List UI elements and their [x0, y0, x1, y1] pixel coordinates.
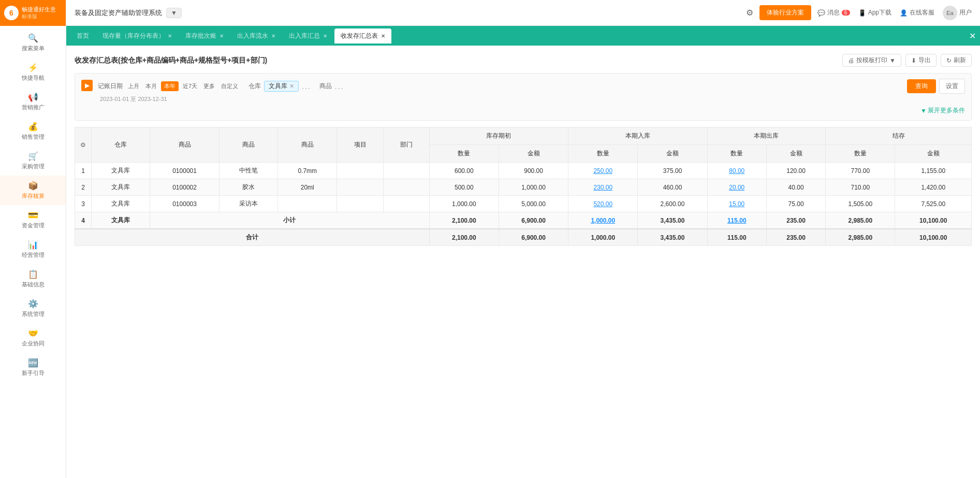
date-filter-group: 记账日期 上月 本月 本年 近7天 更多 自定义 [98, 81, 240, 91]
tab-in-out-summary-label: 出入库汇总 [289, 32, 320, 40]
date-btn-more[interactable]: 更多 [201, 81, 217, 91]
tab-batch-ledger-label: 库存批次账 [185, 32, 216, 40]
gear-icon[interactable]: ⚙ [746, 8, 753, 18]
cell-no: 2 [75, 179, 92, 196]
sidebar-item-finance[interactable]: 💳 资金管理 [0, 205, 66, 235]
cell-in-qty[interactable]: 520.00 [568, 196, 638, 212]
sidebar: 6 畅捷通好生意 标准版 🔍 搜索菜单 ⚡ 快捷导航 📢 营销推广 💰 销售管理… [0, 0, 66, 478]
close-all-tabs[interactable]: ✕ [969, 31, 976, 41]
sidebar-nav: 🔍 搜索菜单 ⚡ 快捷导航 📢 营销推广 💰 销售管理 🛒 采购管理 📦 库存核… [0, 26, 66, 478]
sidebar-item-purchase[interactable]: 🛒 采购管理 [0, 146, 66, 176]
user-action[interactable]: Ea 用户 [943, 6, 972, 20]
sidebar-item-quick-nav[interactable]: ⚡ 快捷导航 [0, 57, 66, 87]
subtotal-in-amt: 3,435.00 [638, 212, 707, 229]
filter-row-1: 记账日期 上月 本月 本年 近7天 更多 自定义 [98, 79, 965, 94]
warehouse-tag-value: 文具库 [269, 82, 287, 91]
page: 收发存汇总表(按仓库+商品编码+商品+规格型号+项目+部门) 🖨 按模板打印 ▼… [66, 46, 980, 478]
online-service-action[interactable]: 👤 在线客服 [900, 8, 934, 17]
th-product-spec: 商品 [278, 127, 337, 163]
subtotal-out-qty[interactable]: 115.00 [707, 212, 766, 229]
tab-recv-send-summary[interactable]: 收发存汇总表 ✕ [334, 28, 391, 44]
cell-out-qty[interactable]: 20.00 [707, 179, 766, 196]
cell-project [337, 163, 383, 179]
cell-out-qty[interactable]: 15.00 [707, 196, 766, 212]
date-btn-this-year[interactable]: 本年 [161, 81, 179, 91]
tab-batch-ledger[interactable]: 库存批次账 ✕ [179, 28, 230, 44]
cell-balance-amt: 1,420.00 [895, 179, 972, 196]
date-btn-custom[interactable]: 自定义 [219, 81, 240, 91]
sidebar-item-system[interactable]: ⚙️ 系统管理 [0, 294, 66, 323]
date-btn-this-month[interactable]: 本月 [143, 81, 159, 91]
sidebar-item-operations-label: 经营管理 [22, 251, 45, 259]
sidebar-item-basic-info[interactable]: 📋 基础信息 [0, 264, 66, 294]
sidebar-item-inventory[interactable]: 📦 库存核算 [0, 176, 66, 205]
date-btn-last-month[interactable]: 上月 [126, 81, 141, 91]
date-buttons: 上月 本月 本年 近7天 更多 自定义 [126, 81, 240, 91]
tab-in-out-flow[interactable]: 出入库流水 ✕ [231, 28, 282, 44]
tab-in-out-summary-close[interactable]: ✕ [323, 33, 327, 39]
logo-text: 畅捷通好生意 [22, 6, 56, 13]
topbar-title-section: 装备及固定资产辅助管理系统 ▼ [75, 8, 740, 18]
tab-in-out-summary[interactable]: 出入库汇总 ✕ [283, 28, 333, 44]
th-settings[interactable]: ⚙ [75, 127, 92, 163]
tab-in-out-flow-close[interactable]: ✕ [271, 33, 275, 39]
product-dots[interactable]: ... [335, 82, 344, 91]
th-warehouse: 仓库 [92, 127, 150, 163]
expand-label: 展开更多条件 [928, 106, 965, 115]
sidebar-item-marketing[interactable]: 📢 营销推广 [0, 87, 66, 117]
export-btn[interactable]: ⬇ 导出 [905, 54, 937, 67]
sidebar-item-cooperation[interactable]: 🤝 企业协同 [0, 323, 66, 353]
tab-home[interactable]: 首页 [70, 28, 95, 44]
tab-home-label: 首页 [77, 32, 89, 40]
cell-in-qty[interactable]: 230.00 [568, 179, 638, 196]
setting-button[interactable]: 设置 [939, 79, 965, 94]
refresh-btn[interactable]: ↻ 刷新 [941, 54, 972, 67]
print-template-btn[interactable]: 🖨 按模板打印 ▼ [842, 54, 901, 67]
date-btn-7days[interactable]: 近7天 [181, 81, 199, 91]
try-btn[interactable]: 体验行业方案 [759, 5, 811, 20]
subtotal-out-amt: 235.00 [766, 212, 825, 229]
system-icon: ⚙️ [28, 299, 38, 309]
refresh-icon: ↻ [946, 57, 952, 64]
column-settings-icon[interactable]: ⚙ [80, 141, 86, 149]
th-opening-amt: 金额 [499, 145, 568, 163]
query-button[interactable]: 查询 [907, 79, 936, 93]
cell-department [383, 179, 429, 196]
sidebar-item-search-label: 搜索菜单 [22, 45, 45, 52]
cell-out-amt: 40.00 [766, 179, 825, 196]
th-department: 部门 [383, 127, 429, 163]
expand-more-conditions[interactable]: ▼ 展开更多条件 [920, 106, 965, 115]
marketing-icon: 📢 [28, 92, 38, 102]
table-row: 1 文具库 0100001 中性笔 0.7mm 600.00 900.00 25… [75, 163, 972, 179]
sidebar-item-operations[interactable]: 📊 经营管理 [0, 235, 66, 264]
warehouse-dots[interactable]: ... [302, 82, 311, 91]
sidebar-item-sales[interactable]: 💰 销售管理 [0, 117, 66, 146]
warehouse-tag-close[interactable]: ✕ [289, 83, 294, 90]
sidebar-item-guide[interactable]: 🆕 新手引导 [0, 353, 66, 382]
cell-warehouse: 文具库 [92, 179, 150, 196]
subtotal-warehouse: 文具库 [92, 212, 150, 229]
tab-inventory-dist[interactable]: 现存量（库存分布表） ✕ [96, 28, 178, 44]
cell-product-name: 胶水 [220, 179, 278, 196]
tab-batch-ledger-close[interactable]: ✕ [220, 33, 224, 39]
cell-out-qty[interactable]: 80.00 [707, 163, 766, 179]
system-dropdown[interactable]: ▼ [166, 8, 182, 18]
messages-action[interactable]: 💬 消息 6 [817, 8, 850, 17]
footer-balance-qty: 2,985.00 [826, 229, 895, 246]
table-footer-row: 合计 2,100.00 6,900.00 1,000.00 3,435.00 1… [75, 229, 972, 246]
main-area: 装备及固定资产辅助管理系统 ▼ ⚙ 体验行业方案 💬 消息 6 📱 App下载 … [66, 0, 980, 478]
cooperation-icon: 🤝 [28, 328, 38, 338]
subtotal-in-qty[interactable]: 1,000.00 [568, 212, 638, 229]
table-container: ⚙ 仓库 商品 商品 商品 项目 部门 库存期初 本期入库 本期出库 结存 [75, 127, 972, 246]
tab-recv-send-summary-close[interactable]: ✕ [381, 33, 385, 39]
sidebar-item-search[interactable]: 🔍 搜索菜单 [0, 28, 66, 57]
subtotal-balance-amt: 10,100.00 [895, 212, 972, 229]
warehouse-filter-group: 仓库 文具库 ✕ ... [248, 81, 311, 92]
filter-expand-arrow[interactable]: ▶ [81, 80, 93, 91]
subtotal-balance-qty: 2,985.00 [826, 212, 895, 229]
app-download-action[interactable]: 📱 App下载 [858, 8, 891, 17]
th-product-name: 商品 [220, 127, 278, 163]
tab-inventory-dist-close[interactable]: ✕ [168, 33, 172, 39]
cell-in-qty[interactable]: 250.00 [568, 163, 638, 179]
cell-opening-qty: 500.00 [429, 179, 499, 196]
